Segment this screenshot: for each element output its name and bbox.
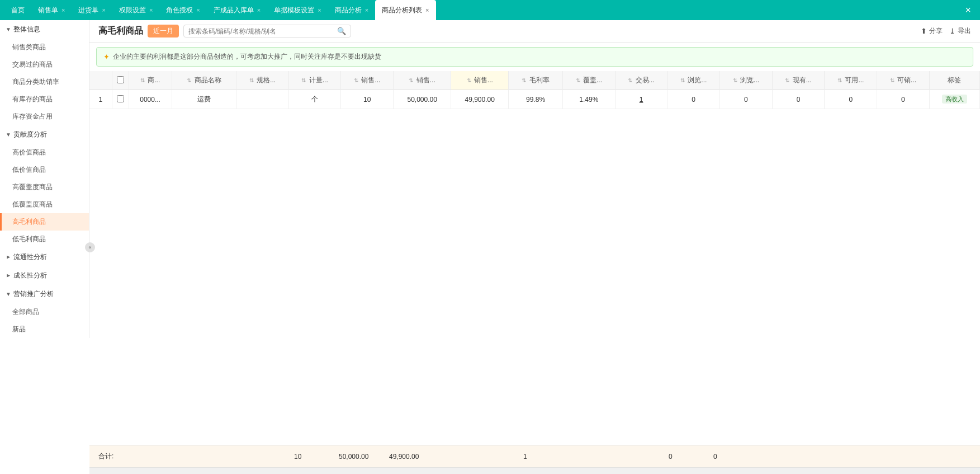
col-sale3[interactable]: ⇅ 销售... <box>451 71 509 90</box>
search-input[interactable] <box>188 27 337 35</box>
sidebar: ▼ 整体信息 销售类商品 交易过的商品 商品分类助销率 有库存的商品 库存资金占… <box>0 20 89 338</box>
sort-icon: ⇅ <box>187 77 191 83</box>
col-name[interactable]: ⇅ 商品名称 <box>172 71 236 90</box>
nav-purchase[interactable]: 进货单 × <box>72 0 112 20</box>
col-sale2[interactable]: ⇅ 销售... <box>394 71 451 90</box>
sidebar-section-contribution[interactable]: ▼ 贡献度分析 <box>0 125 89 144</box>
col-unit[interactable]: ⇅ 计量... <box>288 71 341 90</box>
sidebar-item-low-margin[interactable]: 低毛利商品 <box>0 231 89 248</box>
share-button[interactable]: ⬆ 分享 <box>921 26 943 36</box>
row-checkbox[interactable] <box>117 95 124 102</box>
cell-stock1: 0 <box>772 90 825 109</box>
sidebar-item-in-stock[interactable]: 有库存的商品 <box>0 91 89 108</box>
sidebar-section-marketing[interactable]: ▼ 营销推广分析 <box>0 285 89 303</box>
sidebar-item-all-goods[interactable]: 全部商品 <box>0 303 89 321</box>
select-all-checkbox[interactable] <box>117 76 124 83</box>
footer-sale3: 49,900.00 <box>389 453 439 461</box>
sidebar-item-sales-goods[interactable]: 销售类商品 <box>0 39 89 56</box>
cell-stock2: 0 <box>825 90 877 109</box>
close-icon[interactable]: × <box>318 7 321 13</box>
chevron-right-icon: ▼ <box>5 273 11 279</box>
col-spec[interactable]: ⇅ 规格... <box>236 71 289 90</box>
sidebar-item-high-coverage[interactable]: 高覆盖度商品 <box>0 179 89 196</box>
sidebar-item-category-rate[interactable]: 商品分类助销率 <box>0 73 89 91</box>
export-button[interactable]: ⤓ 导出 <box>949 26 971 36</box>
nav-goods-analysis-list[interactable]: 商品分析列表 × <box>375 0 435 20</box>
info-icon: ✦ <box>103 53 110 61</box>
sort-icon: ⇅ <box>140 77 145 83</box>
nav-home[interactable]: 首页 <box>4 0 31 20</box>
filter-month-button[interactable]: 近一月 <box>148 25 179 37</box>
footer-sale1: 10 <box>294 453 339 461</box>
col-browse1[interactable]: ⇅ 浏览... <box>667 71 720 90</box>
sort-icon: ⇅ <box>576 77 580 83</box>
sidebar-section-flow[interactable]: ▼ 流通性分析 <box>0 248 89 266</box>
col-stock3[interactable]: ⇅ 可销... <box>877 71 930 90</box>
sort-icon: ⇅ <box>890 77 894 83</box>
table-row: 1 0000... 运费 个 10 50,000.00 49,900.00 99… <box>89 90 980 109</box>
horizontal-scrollbar[interactable] <box>89 467 980 474</box>
sort-icon: ⇅ <box>409 77 413 83</box>
cell-margin: 99.8% <box>509 90 563 109</box>
sidebar-item-stock-capital[interactable]: 库存资金占用 <box>0 108 89 125</box>
col-checkbox <box>112 71 129 90</box>
col-margin[interactable]: ⇅ 毛利率 <box>509 71 563 90</box>
nav-role[interactable]: 角色授权 × <box>159 0 206 20</box>
sidebar-item-high-value[interactable]: 高价值商品 <box>0 144 89 161</box>
sidebar-item-high-margin[interactable]: 高毛利商品 <box>0 213 89 231</box>
sort-icon: ⇅ <box>249 77 254 83</box>
chevron-down-icon: ▼ <box>6 26 11 32</box>
tag-badge: 高收入 <box>942 95 967 104</box>
cell-code[interactable]: 0000... <box>129 90 172 109</box>
nav-permission[interactable]: 权限设置 × <box>112 0 159 20</box>
cell-checkbox[interactable] <box>112 90 129 109</box>
nav-product-in[interactable]: 产成品入库单 × <box>207 0 267 20</box>
cell-tag: 高收入 <box>929 90 979 109</box>
close-icon[interactable]: × <box>425 7 429 13</box>
close-all-button[interactable]: × <box>960 4 976 16</box>
sort-icon: ⇅ <box>354 77 358 83</box>
col-stock1[interactable]: ⇅ 现有... <box>772 71 825 90</box>
footer-total-row: 合计: 10 50,000.00 49,900.00 1 0 0 <box>89 445 980 467</box>
close-icon[interactable]: × <box>196 7 200 13</box>
content-area: 高毛利商品 近一月 🔍 ⬆ 分享 ⤓ 导出 ✦ 企业的主要的利润都是这部分商品创… <box>89 20 980 474</box>
col-coverage[interactable]: ⇅ 覆盖... <box>562 71 615 90</box>
sidebar-item-low-value[interactable]: 低价值商品 <box>0 161 89 179</box>
cell-unit: 个 <box>288 90 341 109</box>
sort-icon: ⇅ <box>522 77 526 83</box>
sidebar-section-growth[interactable]: ▼ 成长性分析 <box>0 266 89 285</box>
col-tag[interactable]: 标签 <box>929 71 979 90</box>
content-header: 高毛利商品 近一月 🔍 ⬆ 分享 ⤓ 导出 <box>89 20 980 43</box>
col-trade[interactable]: ⇅ 交易... <box>615 71 667 90</box>
close-icon[interactable]: × <box>102 7 105 13</box>
nav-goods-analysis[interactable]: 商品分析 × <box>328 0 375 20</box>
cell-stock3: 0 <box>877 90 930 109</box>
col-code[interactable]: ⇅ 商... <box>129 71 172 90</box>
nav-template[interactable]: 单据模板设置 × <box>267 0 328 20</box>
close-icon[interactable]: × <box>365 7 368 13</box>
close-icon[interactable]: × <box>149 7 153 13</box>
search-icon[interactable]: 🔍 <box>337 27 346 35</box>
sidebar-item-traded-goods[interactable]: 交易过的商品 <box>0 56 89 73</box>
chevron-down-icon: ▼ <box>6 291 11 297</box>
col-sale1[interactable]: ⇅ 销售... <box>341 71 394 90</box>
data-table-wrapper: ⇅ 商... ⇅ 商品名称 ⇅ 规格... ⇅ <box>89 71 980 445</box>
sort-icon: ⇅ <box>785 77 789 83</box>
close-icon[interactable]: × <box>61 7 65 13</box>
sidebar-item-new-goods[interactable]: 新品 <box>0 321 89 338</box>
col-stock2[interactable]: ⇅ 可用... <box>825 71 877 90</box>
nav-sales[interactable]: 销售单 × <box>31 0 72 20</box>
col-index <box>89 71 112 90</box>
col-browse2[interactable]: ⇅ 浏览... <box>720 71 773 90</box>
sidebar-item-low-coverage[interactable]: 低覆盖度商品 <box>0 196 89 213</box>
close-icon[interactable]: × <box>257 7 261 13</box>
cell-name[interactable]: 运费 <box>172 90 236 109</box>
sidebar-section-general[interactable]: ▼ 整体信息 <box>0 20 89 39</box>
cell-spec <box>236 90 289 109</box>
page-title: 高毛利商品 <box>98 25 143 37</box>
trade-link[interactable]: 1 <box>640 96 643 104</box>
cell-browse2: 0 <box>720 90 773 109</box>
cell-index: 1 <box>89 90 112 109</box>
collapse-sidebar-button[interactable]: « <box>85 242 95 252</box>
cell-sale3: 49,900.00 <box>451 90 509 109</box>
